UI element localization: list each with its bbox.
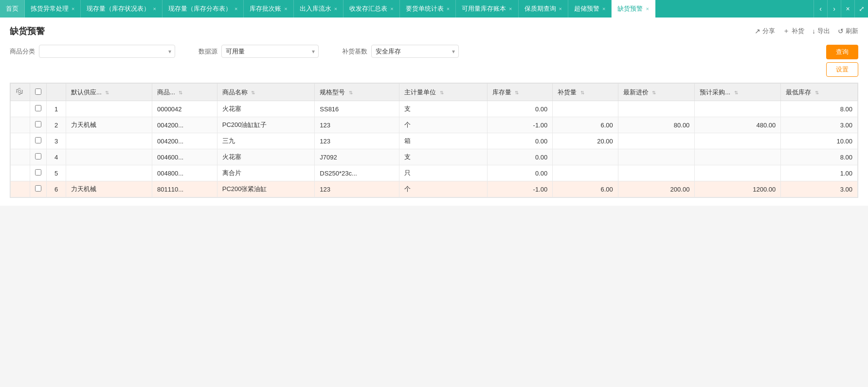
table-cell <box>11 101 30 117</box>
table-cell: 8.00 <box>781 101 858 117</box>
tab-close-demand-stat[interactable]: × <box>447 6 450 12</box>
row-checkbox[interactable] <box>35 185 41 192</box>
table-body: 10000042火花塞SS816支0.008.002力天机械004200...P… <box>11 101 858 197</box>
replenish-basis-select-wrapper: 安全库存 <box>371 45 459 58</box>
tab-close-receive-summary[interactable]: × <box>390 6 393 12</box>
tab-close-overstock[interactable]: × <box>602 6 605 12</box>
th-latest-price[interactable]: 最新进价 ⇅ <box>618 84 695 101</box>
th-unit[interactable]: 主计量单位 ⇅ <box>399 84 487 101</box>
table-row: 10000042火花塞SS816支0.008.00 <box>11 101 858 117</box>
table-cell: 0.00 <box>487 101 553 117</box>
th-stock[interactable]: 库存量 ⇅ <box>487 84 553 101</box>
sort-icon-estimated-purchase: ⇅ <box>734 90 738 95</box>
row-checkbox[interactable] <box>35 137 41 143</box>
table-cell: 123 <box>315 117 399 133</box>
th-num <box>47 84 66 101</box>
th-product-code[interactable]: 商品... ⇅ <box>152 84 217 101</box>
table-cell: 123 <box>315 181 399 197</box>
table-cell: 0.00 <box>487 165 553 181</box>
tab-inventory-status[interactable]: 现存量（库存状况表） × <box>81 0 162 18</box>
replenish-button[interactable]: ＋ 补货 <box>783 27 804 35</box>
table-cell: PC200张紧油缸 <box>217 181 315 197</box>
row-checkbox[interactable] <box>35 153 41 159</box>
table-cell <box>553 101 618 117</box>
tab-nav-prev[interactable]: ‹ <box>814 0 827 18</box>
replenish-basis-filter-group: 补货基数 安全库存 <box>342 45 459 58</box>
sort-icon-supplier: ⇅ <box>105 90 109 95</box>
table-cell <box>11 133 30 149</box>
tab-inventory-dist[interactable]: 现存量（库存分布表） × <box>163 0 244 18</box>
table-cell: -1.00 <box>487 117 553 133</box>
datasource-select-wrapper: 可用量 库存量 <box>221 45 319 58</box>
table-cell: 004600... <box>152 149 217 165</box>
sort-icon-unit: ⇅ <box>440 90 444 95</box>
table-cell <box>66 149 152 165</box>
td-checkbox <box>30 181 47 197</box>
table-cell: 80.00 <box>618 117 695 133</box>
category-select[interactable] <box>39 45 175 58</box>
share-button[interactable]: ↗ 分享 <box>755 27 775 35</box>
table-cell <box>11 117 30 133</box>
query-button[interactable]: 查询 <box>826 45 858 59</box>
table-cell: 004200... <box>152 133 217 149</box>
table-cell <box>66 165 152 181</box>
th-estimated-purchase[interactable]: 预计采购... ⇅ <box>695 84 781 101</box>
row-checkbox[interactable] <box>35 105 41 111</box>
tab-receive-summary[interactable]: 收发存汇总表 × <box>344 0 399 18</box>
page-title: 缺货预警 <box>10 25 45 37</box>
table-cell: 3 <box>47 133 66 149</box>
settings-button[interactable]: 设置 <box>826 62 858 77</box>
table-cell: 004800... <box>152 165 217 181</box>
table-cell: 480.00 <box>695 117 781 133</box>
tab-demand-stat[interactable]: 要货单统计表 × <box>400 0 456 18</box>
th-product-name[interactable]: 商品名称 ⇅ <box>217 84 315 101</box>
refresh-button[interactable]: ↺ 刷新 <box>838 27 858 35</box>
th-spec[interactable]: 规格型号 ⇅ <box>315 84 399 101</box>
category-select-wrapper <box>39 45 175 58</box>
table-cell: 火花塞 <box>217 101 315 117</box>
table-cell <box>553 149 618 165</box>
export-button[interactable]: ↓ 导出 <box>812 27 830 35</box>
tab-abnormal[interactable]: 拣货异常处理 × <box>25 0 81 18</box>
tab-nav-close[interactable]: × <box>841 0 854 18</box>
th-checkbox[interactable] <box>30 84 47 101</box>
tab-nav-expand[interactable]: ⤢ <box>854 0 868 18</box>
table-cell: 只 <box>399 165 487 181</box>
tab-inout-flow[interactable]: 出入库流水 × <box>294 0 344 18</box>
replenish-basis-select[interactable]: 安全库存 <box>371 45 459 58</box>
row-checkbox[interactable] <box>35 121 41 127</box>
tab-batch-account[interactable]: 库存批次账 × <box>244 0 293 18</box>
tab-close-available-ledger[interactable]: × <box>509 6 512 12</box>
tab-available-ledger[interactable]: 可用量库存账本 × <box>456 0 518 18</box>
datasource-select[interactable]: 可用量 库存量 <box>221 45 319 58</box>
tab-overstock[interactable]: 超储预警 × <box>568 0 612 18</box>
table-cell: 个 <box>399 181 487 197</box>
tab-close-shortage[interactable]: × <box>646 6 649 12</box>
th-gear[interactable] <box>11 84 30 101</box>
table-cell <box>66 133 152 149</box>
table-cell: 1200.00 <box>695 181 781 197</box>
tab-shortage[interactable]: 缺货预警 × <box>612 0 655 18</box>
tab-close-batch-account[interactable]: × <box>284 6 287 12</box>
tab-close-inout-flow[interactable]: × <box>334 6 337 12</box>
table-cell: 2 <box>47 117 66 133</box>
table-cell: 火花塞 <box>217 149 315 165</box>
table-cell <box>553 165 618 181</box>
table-cell: 801110... <box>152 181 217 197</box>
tab-close-abnormal[interactable]: × <box>72 6 74 12</box>
row-checkbox[interactable] <box>35 169 41 176</box>
select-all-checkbox[interactable] <box>35 88 41 95</box>
th-replenish-qty[interactable]: 补货量 ⇅ <box>553 84 618 101</box>
tab-close-inventory-dist[interactable]: × <box>235 6 237 12</box>
tab-home[interactable]: 首页 <box>0 0 25 18</box>
tab-nav-next[interactable]: › <box>827 0 841 18</box>
tab-close-expiry-query[interactable]: × <box>559 6 562 12</box>
th-min-stock[interactable]: 最低库存 ⇅ <box>781 84 858 101</box>
th-default-supplier[interactable]: 默认供应... ⇅ <box>66 84 152 101</box>
table-cell <box>695 149 781 165</box>
tab-close-inventory-status[interactable]: × <box>153 6 156 12</box>
share-icon: ↗ <box>755 27 760 35</box>
sort-icon-product-name: ⇅ <box>251 90 255 95</box>
tab-expiry-query[interactable]: 保质期查询 × <box>519 0 568 18</box>
table-cell: 8.00 <box>781 149 858 165</box>
